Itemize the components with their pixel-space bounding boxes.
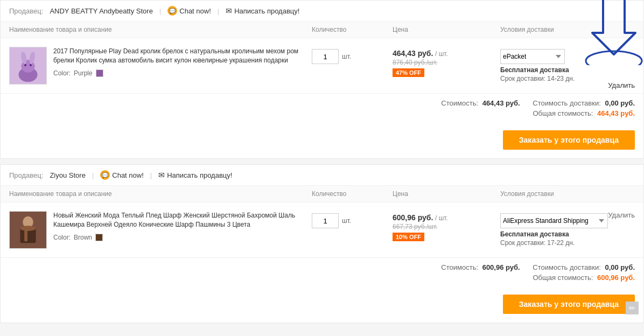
shipping-free-2: Бесплатная доставка: [500, 230, 635, 238]
shipping-days-2: Срок доставки: 17-22 дн.: [500, 239, 635, 247]
product-info-2: Новый Женский Мода Теплый Плед Шарф Женс…: [53, 211, 312, 241]
svg-point-7: [24, 64, 26, 66]
write-seller-label-1: Написать продавцу!: [234, 7, 299, 15]
summary-1: Стоимость: 464,43 руб. Стоимость доставк…: [1, 94, 643, 125]
order-btn-2[interactable]: Заказать у этого продавца: [503, 295, 635, 314]
write-seller-2[interactable]: ✉ Написать продавцу!: [158, 171, 232, 179]
cart-item-1: 2017 Популярные Play Dead кролик брелок …: [1, 38, 643, 94]
product-color-2: Color: Brown: [53, 234, 312, 241]
shipping-cell-1: ePacket Standard Shipping Бесплатная дос…: [500, 47, 635, 82]
discount-badge-2: 10% OFF: [393, 233, 424, 241]
product-image-2: [9, 211, 47, 249]
product-title-2: Новый Женский Мода Теплый Плед Шарф Женс…: [53, 211, 312, 229]
price-old-1: 876,40 руб./шт.: [393, 59, 500, 66]
pencil-icon[interactable]: ✏: [626, 302, 639, 314]
color-value-2: Brown: [74, 234, 92, 241]
table-header-1: Наименование товара и описание Количеств…: [1, 22, 643, 38]
svg-rect-13: [24, 228, 27, 241]
price-main-1: 464,43 руб. / шт.: [393, 49, 500, 58]
price-cell-1: 464,43 руб. / шт. 876,40 руб./шт. 47% OF…: [393, 47, 500, 77]
envelope-icon-2: ✉: [158, 171, 165, 179]
price-old-2: 667,73 руб./шт.: [393, 223, 500, 230]
price-main-row-2: 600,96 руб. / шт.: [393, 213, 500, 222]
cart-section-2: Продавец: Ziyou Store | 💬 Chat now! | ✉ …: [0, 164, 644, 323]
seller-name-1: ANDY BEATTY Andybeatty Store: [50, 7, 152, 15]
order-btn-row-2: Заказать у этого продавца: [1, 289, 643, 323]
col-shipping-1: Условия доставки: [500, 26, 635, 33]
total-row-1: Общая стоимость: 464,43 руб.: [9, 109, 635, 117]
shipping-free-1: Бесплатная доставка: [500, 66, 635, 74]
seller-name-2: Ziyou Store: [50, 171, 85, 179]
cart-section-1: Продавец: ANDY BEATTY Andybeatty Store |…: [0, 0, 644, 159]
seller-bar-1: Продавец: ANDY BEATTY Andybeatty Store |…: [1, 1, 643, 22]
write-seller-label-2: Написать продавцу!: [167, 171, 232, 179]
qty-unit-1: шт.: [342, 53, 351, 60]
chat-now-btn-1[interactable]: 💬 Chat now!: [167, 6, 211, 16]
chat-now-label-2: Chat now!: [112, 171, 144, 179]
col-qty-2: Количество: [312, 190, 393, 198]
chat-icon-1: 💬: [167, 6, 177, 16]
product-color-1: Color: Purple: [53, 69, 312, 77]
qty-input-1[interactable]: [312, 49, 339, 64]
product-info-1: 2017 Популярные Play Dead кролик брелок …: [53, 47, 312, 77]
color-label-1: Color:: [53, 69, 71, 77]
summary-2: Стоимость: 600,96 руб. Стоимость доставк…: [1, 258, 643, 289]
shipping-select-1[interactable]: ePacket Standard Shipping: [500, 49, 565, 64]
table-header-2: Наименование товара и описание Количеств…: [1, 186, 643, 202]
write-seller-1[interactable]: ✉ Написать продавцу!: [226, 6, 299, 15]
chat-now-label-1: Chat now!: [179, 7, 211, 15]
product-cell-1: 2017 Популярные Play Dead кролик брелок …: [9, 47, 312, 85]
svg-point-8: [30, 64, 32, 66]
seller-label-1: Продавец:: [9, 7, 43, 15]
seller-label-2: Продавец:: [9, 171, 43, 179]
color-label-2: Color:: [53, 234, 71, 241]
product-cell-2: Новый Женский Мода Теплый Плед Шарф Женс…: [9, 211, 312, 249]
qty-cell-2: шт.: [312, 211, 393, 228]
chat-now-btn-2[interactable]: 💬 Chat now!: [100, 170, 144, 180]
qty-input-2[interactable]: [312, 213, 339, 228]
discount-badge-1: 47% OFF: [393, 68, 424, 77]
shipping-select-2[interactable]: AliExpress Standard Shipping ePacket: [500, 213, 608, 228]
qty-unit-2: шт.: [342, 217, 351, 225]
col-product-2: Наименование товара и описание: [9, 190, 312, 198]
cart-item-2: Новый Женский Мода Теплый Плед Шарф Женс…: [1, 202, 643, 258]
product-image-1: [9, 47, 47, 85]
svg-point-12: [20, 226, 36, 231]
envelope-icon-1: ✉: [226, 6, 232, 15]
color-swatch-2: [95, 234, 103, 241]
col-qty-1: Количество: [312, 26, 393, 33]
color-swatch-1: [96, 69, 103, 77]
qty-cell-1: шт.: [312, 47, 393, 64]
product-title-1: 2017 Популярные Play Dead кролик брелок …: [53, 47, 312, 65]
color-value-1: Purple: [74, 69, 93, 77]
delete-btn-1[interactable]: Удалить: [608, 81, 635, 89]
cost-row-1: Стоимость: 464,43 руб. Стоимость доставк…: [9, 99, 635, 107]
order-btn-1[interactable]: Заказать у этого продавца: [503, 130, 635, 150]
total-row-2: Общая стоимость: 600,96 руб.: [9, 274, 635, 282]
order-btn-row-1: Заказать у этого продавца: [1, 125, 643, 158]
col-price-1: Цена: [393, 26, 500, 33]
col-price-2: Цена: [393, 190, 500, 198]
col-product-1: Наименование товара и описание: [9, 26, 312, 33]
delete-btn-2[interactable]: Удалить: [608, 211, 635, 219]
cost-row-2: Стоимость: 600,96 руб. Стоимость доставк…: [9, 263, 635, 271]
price-cell-2: 600,96 руб. / шт. 667,73 руб./шт. 10% OF…: [393, 211, 500, 241]
seller-bar-2: Продавец: Ziyou Store | 💬 Chat now! | ✉ …: [1, 165, 643, 186]
chat-icon-2: 💬: [100, 170, 110, 180]
col-shipping-2: Условия доставки: [500, 190, 635, 198]
